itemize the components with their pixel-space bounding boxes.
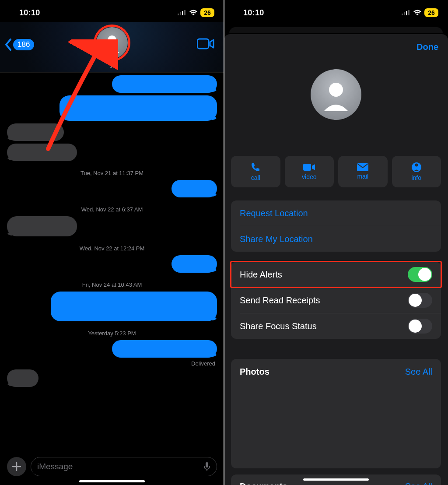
call-label: call	[251, 174, 260, 181]
status-time: 10:10	[243, 8, 264, 18]
home-indicator[interactable]	[79, 480, 145, 482]
svg-point-4	[108, 35, 116, 44]
photos-title: Photos	[240, 367, 270, 377]
contact-details-screen: 10:10 26 Done call video	[224, 0, 448, 485]
focus-status-row[interactable]: Share Focus Status	[231, 313, 441, 339]
unread-count-badge: 186	[13, 39, 34, 50]
messages-thread-screen: 10:10 26 186	[0, 0, 224, 485]
chevron-right-icon	[110, 62, 114, 68]
message-input[interactable]: iMessage	[31, 457, 217, 476]
cellular-icon	[402, 10, 410, 15]
sent-bubble[interactable]	[112, 340, 217, 358]
focus-status-label: Share Focus Status	[240, 321, 317, 331]
info-icon	[411, 162, 422, 172]
delivered-label: Delivered	[7, 360, 217, 367]
read-receipts-row[interactable]: Send Read Receipts	[231, 288, 441, 313]
documents-title: Documents	[240, 481, 287, 485]
timestamp: Tue, Nov 21 at 11:37 PM	[7, 170, 217, 176]
thread-header: 186	[0, 22, 224, 73]
location-group: Request Location Share My Location	[231, 200, 441, 252]
compose-bar: iMessage	[0, 457, 224, 476]
hide-alerts-toggle[interactable]	[408, 267, 432, 282]
home-indicator[interactable]	[303, 478, 369, 481]
svg-rect-1	[180, 12, 181, 15]
documents-see-all[interactable]: See All	[405, 481, 432, 485]
timestamp: Yesterday 5:23 PM	[7, 330, 217, 337]
status-bar: 10:10 26	[0, 0, 224, 22]
call-action[interactable]: call	[231, 156, 280, 187]
battery-badge: 26	[424, 8, 438, 17]
svg-rect-8	[404, 12, 405, 15]
status-bar: 10:10 26	[224, 0, 448, 22]
svg-rect-10	[408, 10, 410, 15]
svg-rect-2	[182, 11, 183, 15]
share-location-row[interactable]: Share My Location	[231, 226, 441, 252]
video-label: video	[302, 173, 316, 180]
svg-rect-9	[406, 11, 407, 15]
mail-action[interactable]: mail	[338, 156, 388, 187]
svg-rect-5	[197, 39, 209, 49]
contact-name-row[interactable]	[110, 62, 114, 70]
photos-see-all[interactable]: See All	[405, 367, 432, 377]
received-bubble[interactable]	[7, 216, 77, 236]
sent-bubble[interactable]	[60, 95, 217, 121]
action-button-row: call video mail info	[231, 156, 441, 187]
plus-icon	[12, 462, 21, 471]
timestamp: Fri, Nov 24 at 10:43 AM	[7, 281, 217, 288]
facetime-button[interactable]	[197, 38, 214, 52]
received-bubble[interactable]	[7, 144, 77, 161]
contact-avatar[interactable]	[96, 27, 128, 59]
cellular-icon	[178, 10, 186, 15]
details-sheet: Done call video mail i	[224, 34, 448, 485]
wifi-icon	[189, 10, 198, 16]
timestamp: Wed, Nov 22 at 12:24 PM	[7, 245, 217, 252]
video-icon	[303, 163, 315, 172]
plus-button[interactable]	[7, 457, 26, 476]
wifi-icon	[413, 10, 422, 16]
video-icon	[197, 38, 214, 50]
svg-rect-0	[178, 14, 179, 15]
battery-badge: 26	[200, 8, 214, 17]
focus-status-toggle[interactable]	[408, 319, 432, 334]
hide-alerts-row[interactable]: Hide Alerts	[231, 262, 441, 287]
info-label: info	[411, 174, 421, 181]
sheet-stack-background	[229, 27, 443, 33]
hide-alerts-label: Hide Alerts	[240, 270, 282, 280]
status-time: 10:10	[19, 8, 40, 18]
sent-bubble[interactable]	[51, 292, 217, 321]
photos-group: Photos See All	[231, 359, 441, 468]
svg-rect-6	[206, 462, 208, 467]
timestamp: Wed, Nov 22 at 6:37 AM	[7, 206, 217, 213]
mail-icon	[357, 163, 368, 171]
contact-avatar-large[interactable]	[311, 69, 361, 120]
received-bubble[interactable]	[7, 123, 64, 141]
svg-point-15	[415, 164, 418, 167]
person-icon	[101, 32, 123, 54]
info-action[interactable]: info	[392, 156, 441, 187]
phone-icon	[250, 162, 261, 172]
request-location-row[interactable]: Request Location	[231, 200, 441, 226]
back-button[interactable]: 186	[4, 39, 34, 51]
read-receipts-label: Send Read Receipts	[240, 295, 320, 306]
mail-label: mail	[357, 173, 368, 180]
svg-rect-7	[402, 14, 403, 15]
video-action[interactable]: video	[285, 156, 334, 187]
person-icon	[318, 77, 354, 112]
read-receipts-toggle[interactable]	[408, 293, 432, 308]
toggles-group: Hide Alerts Send Read Receipts Share Foc…	[231, 262, 441, 339]
svg-rect-12	[303, 164, 311, 171]
message-thread[interactable]: Tue, Nov 21 at 11:37 PM Wed, Nov 22 at 6…	[0, 73, 224, 432]
input-placeholder: iMessage	[37, 462, 73, 471]
svg-rect-3	[184, 10, 186, 15]
sent-bubble[interactable]	[112, 75, 217, 93]
sent-bubble[interactable]	[172, 180, 217, 197]
microphone-icon[interactable]	[203, 462, 210, 471]
done-button[interactable]: Done	[416, 42, 438, 52]
sent-bubble[interactable]	[172, 255, 217, 273]
chevron-left-icon	[4, 39, 12, 51]
received-bubble[interactable]	[7, 369, 38, 387]
svg-point-11	[329, 83, 343, 97]
